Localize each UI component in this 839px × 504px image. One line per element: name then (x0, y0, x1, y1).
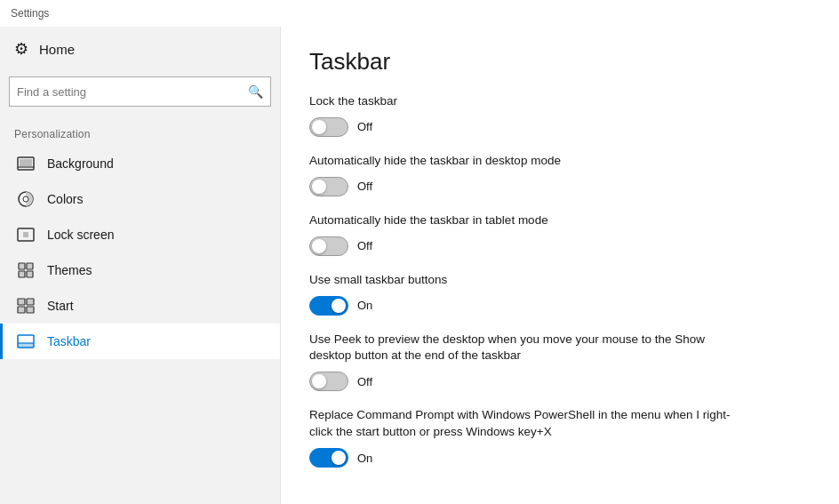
sidebar-label-background: Background (47, 156, 114, 171)
setting-powershell: Replace Command Prompt with Windows Powe… (309, 407, 811, 468)
taskbar-icon (17, 332, 35, 350)
toggle-thumb-lock-taskbar (312, 120, 326, 134)
setting-auto-hide-tablet: Automatically hide the taskbar in tablet… (309, 212, 811, 256)
setting-peek-preview: Use Peek to preview the desktop when you… (309, 332, 811, 392)
sidebar-item-start[interactable]: Start (0, 288, 280, 324)
svg-rect-11 (18, 299, 25, 305)
toggle-row-lock-taskbar: Off (309, 117, 811, 137)
search-box-wrap: 🔍 (0, 71, 280, 116)
colors-icon (17, 190, 35, 208)
title-bar: Settings (0, 0, 839, 27)
toggle-state-small-buttons: On (357, 299, 372, 312)
sidebar-label-colors: Colors (47, 192, 83, 206)
setting-label-small-buttons: Use small taskbar buttons (309, 272, 736, 289)
toggle-track-small-buttons (309, 296, 348, 316)
app-title: Settings (11, 7, 49, 20)
svg-rect-13 (18, 307, 25, 313)
setting-label-auto-hide-desktop: Automatically hide the taskbar in deskto… (309, 153, 736, 170)
toggle-lock-taskbar[interactable] (309, 117, 348, 137)
toggle-thumb-powershell (332, 451, 346, 465)
page-title: Taskbar (309, 48, 811, 76)
section-label: Personalization (0, 116, 280, 146)
toggle-auto-hide-tablet[interactable] (309, 236, 348, 256)
setting-label-peek-preview: Use Peek to preview the desktop when you… (309, 332, 736, 365)
sidebar-label-themes: Themes (47, 263, 92, 277)
toggle-track-powershell (309, 448, 348, 468)
toggle-state-peek-preview: Off (357, 375, 372, 388)
gear-icon: ⚙ (14, 39, 28, 59)
toggle-state-lock-taskbar: Off (357, 120, 372, 133)
toggle-track-auto-hide-tablet (309, 236, 348, 256)
toggle-thumb-auto-hide-desktop (312, 180, 326, 194)
background-icon (17, 155, 35, 172)
toggle-powershell[interactable] (309, 448, 348, 468)
toggle-state-auto-hide-tablet: Off (357, 239, 372, 252)
setting-small-buttons: Use small taskbar buttons On (309, 272, 811, 316)
sidebar-label-taskbar: Taskbar (47, 334, 91, 348)
sidebar: ⚙ Home 🔍 Personalization Background Colo… (0, 27, 281, 504)
toggle-row-powershell: On (309, 448, 811, 468)
sidebar-label-start: Start (47, 299, 74, 313)
sidebar-item-background[interactable]: Background (0, 146, 280, 181)
search-input[interactable] (17, 85, 248, 99)
svg-point-4 (23, 196, 28, 202)
sidebar-label-lockscreen: Lock screen (47, 228, 114, 242)
toggle-track-peek-preview (309, 372, 348, 391)
toggle-track-lock-taskbar (309, 117, 348, 137)
svg-rect-6 (23, 232, 28, 237)
setting-label-powershell: Replace Command Prompt with Windows Powe… (309, 407, 736, 441)
sidebar-item-colors[interactable]: Colors (0, 181, 280, 217)
toggle-thumb-peek-preview (312, 374, 326, 388)
svg-rect-1 (20, 159, 32, 166)
toggle-thumb-auto-hide-tablet (312, 239, 326, 253)
svg-rect-8 (27, 263, 33, 269)
setting-lock-taskbar: Lock the taskbar Off (309, 93, 811, 137)
toggle-small-buttons[interactable] (309, 296, 348, 316)
setting-label-lock-taskbar: Lock the taskbar (309, 93, 736, 110)
sidebar-item-taskbar[interactable]: Taskbar (0, 324, 280, 359)
lockscreen-icon (17, 226, 35, 244)
main-layout: ⚙ Home 🔍 Personalization Background Colo… (0, 27, 839, 504)
search-box-container: 🔍 (9, 76, 271, 107)
toggle-row-auto-hide-tablet: Off (309, 236, 811, 256)
toggle-auto-hide-desktop[interactable] (309, 177, 348, 196)
home-label: Home (39, 42, 75, 57)
sidebar-item-themes[interactable]: Themes (0, 252, 280, 288)
svg-rect-10 (27, 271, 33, 277)
sidebar-item-lockscreen[interactable]: Lock screen (0, 217, 280, 252)
toggle-track-auto-hide-desktop (309, 177, 348, 196)
toggle-row-small-buttons: On (309, 296, 811, 316)
content-area: Taskbar Lock the taskbar Off Automatical… (281, 27, 839, 504)
toggle-row-peek-preview: Off (309, 372, 811, 391)
toggle-row-auto-hide-desktop: Off (309, 177, 811, 196)
toggle-state-auto-hide-desktop: Off (357, 180, 372, 193)
sidebar-item-home[interactable]: ⚙ Home (0, 27, 280, 71)
themes-icon (17, 261, 35, 279)
setting-auto-hide-desktop: Automatically hide the taskbar in deskto… (309, 153, 811, 196)
toggle-peek-preview[interactable] (309, 372, 348, 391)
svg-rect-16 (18, 343, 34, 348)
svg-rect-12 (27, 299, 34, 305)
svg-rect-7 (19, 263, 25, 269)
search-icon: 🔍 (248, 84, 263, 99)
toggle-thumb-small-buttons (332, 299, 346, 313)
svg-rect-9 (19, 271, 25, 277)
setting-label-auto-hide-tablet: Automatically hide the taskbar in tablet… (309, 212, 736, 229)
svg-rect-14 (27, 307, 34, 313)
toggle-state-powershell: On (357, 452, 372, 465)
start-icon (17, 297, 35, 315)
